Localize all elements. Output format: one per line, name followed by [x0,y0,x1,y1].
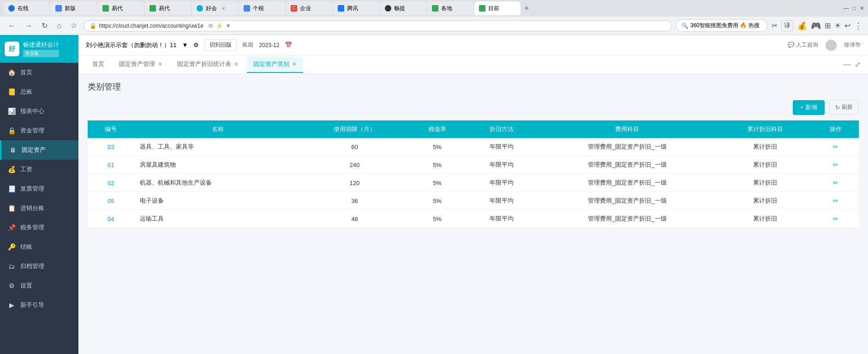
browser-tab-haohui[interactable]: 好会 ✕ [192,1,238,15]
period-label: 账期 [242,41,253,49]
sidebar-item-label: 固定资产 [22,146,46,154]
sidebar-item-invoice[interactable]: 🧾 发票管理 [0,179,78,198]
close-icon[interactable]: ✕ [221,6,225,11]
sidebar-nav: 🏠 首页 📒 总账 📊 报表中心 🔒 资金管理 🖥 固定资产 💰 工资 [0,63,78,354]
refresh-button[interactable]: ↻ 刷新 [829,100,859,115]
menu-icon[interactable]: ⋮ [854,21,862,31]
tab-label: 固定资产管理 [119,60,155,68]
browser-tab-yidai2[interactable]: 易代 [145,1,191,15]
cell-name: 器具、工具、家具等 [134,138,301,156]
browser-tab-qiye[interactable]: C 企业 [286,1,332,15]
col-header-residual: 残值率 [408,120,467,138]
tab-close-icon[interactable]: ✕ [292,61,297,67]
cell-name: 机器、机械和其他生产设备 [134,174,301,192]
cell-code: 01 [88,156,134,174]
tab-label: 目前 [488,5,499,12]
cell-name: 房屋及建筑物 [134,156,301,174]
tab-minimize-button[interactable]: — [844,60,851,69]
browser-tab-tencent[interactable]: 腾讯 [333,1,379,15]
cell-method: 年限平均 [467,156,537,174]
switch-version-button[interactable]: 切到旧版 [204,39,237,51]
cell-expense: 管理费用_固定资产折旧_一级 [537,174,718,192]
cell-action[interactable]: ✏ [812,210,859,228]
cell-expense: 管理费用_固定资产折旧_一级 [537,138,718,156]
cell-period: 60 [301,138,408,156]
top-bar-right: 💬 人工咨询 徐泽华 [788,40,861,51]
browser-tab-changte[interactable]: 畅提 [380,1,426,15]
cell-code: 03 [88,138,134,156]
window-restore-icon[interactable]: □ [853,5,856,12]
cell-action[interactable]: ✏ [812,174,859,192]
address-dropdown-icon[interactable]: ▼ [226,23,231,29]
cell-period: 36 [301,192,408,210]
new-tab-button[interactable]: + [521,4,532,13]
table-row: 01 房屋及建筑物 240 5% 年限平均 管理费用_固定资产折旧_一级 累计折… [88,156,859,174]
cell-action[interactable]: ✏ [812,156,859,174]
cell-period: 48 [301,210,408,228]
consult-label[interactable]: 💬 人工咨询 [788,41,818,49]
logo-icon: 好 [5,42,19,56]
settings-icon: ⚙ [7,282,16,290]
cell-action[interactable]: ✏ [812,192,859,210]
grid-icon: ⊞ [825,21,831,30]
top-bar-left: 刘小艳演示示套（勿删勿动！）11 ▼ ⚙ 切到旧版 账期 2023-12 📅 [86,39,292,51]
bookmark-button[interactable]: ☆ [68,19,80,32]
browser-tab-gedi[interactable]: 各地 [427,1,473,15]
add-category-button[interactable]: + 新增 [793,100,825,115]
cell-period: 240 [301,156,408,174]
sidebar-item-payroll[interactable]: 💰 工资 [0,160,78,179]
sidebar-item-ledger[interactable]: 📒 总账 [0,82,78,102]
tab-controls: — ⤢ [844,60,861,69]
tab-fixed-asset-management[interactable]: 固定资产管理 ✕ [113,56,169,73]
calendar-icon[interactable]: 📅 [285,42,292,48]
cell-action[interactable]: ✏ [812,138,859,156]
home-icon: 🏠 [7,68,16,77]
browser-tab-mumu[interactable]: 目前 [474,1,521,15]
sidebar-item-tax[interactable]: 📌 税务管理 [0,218,78,237]
tab-asset-category[interactable]: 固定资产类别 ✕ [247,56,303,73]
cell-residual: 5% [408,210,467,228]
content-area: 类别管理 + 新增 ↻ 刷新 编号 名称 使用期限（月） 残值率 折旧方法 费 [78,74,868,354]
page-tab-nav: 首页 固定资产管理 ✕ 固定资产折旧统计表 ✕ 固定资产类别 ✕ — ⤢ [78,55,868,74]
sidebar-item-fixed-assets[interactable]: 🖥 固定资产 [0,140,78,160]
sidebar-item-reports[interactable]: 📊 报表中心 [0,102,78,121]
back-button[interactable]: ← [6,20,18,32]
settings-gear-icon[interactable]: ⚙ [193,42,199,48]
sidebar-item-label: 总账 [20,88,32,96]
sidebar-item-archive[interactable]: 🗂 归档管理 [0,257,78,276]
sidebar-item-settings[interactable]: ⚙ 设置 [0,276,78,295]
cell-residual: 5% [408,138,467,156]
browser-tab-xinban[interactable]: 新版 [51,1,97,15]
user-name: 徐泽华 [844,41,861,49]
tab-expand-button[interactable]: ⤢ [855,60,861,69]
tab-close-icon[interactable]: ✕ [158,61,162,67]
tab-depreciation-table[interactable]: 固定资产折旧统计表 ✕ [171,56,245,73]
browser-tab-zaixin[interactable]: 在线 [4,1,50,15]
sidebar-item-guide[interactable]: ▶ 新手引导 [0,295,78,315]
sidebar-item-home[interactable]: 🏠 首页 [0,63,78,82]
sidebar-item-close-account[interactable]: 🔑 结账 [0,237,78,257]
sidebar-item-purchase-sales[interactable]: 📋 进销台账 [0,198,78,218]
forward-button[interactable]: → [22,20,35,32]
purchase-sales-icon: 📋 [7,204,16,212]
edit-row-button[interactable]: ✏ [833,143,838,150]
sidebar-item-label: 归档管理 [20,262,44,270]
tab-home[interactable]: 首页 [86,56,111,73]
tab-close-icon[interactable]: ✕ [234,61,239,67]
cell-expense: 管理费用_固定资产折旧_一级 [537,192,718,210]
window-minimize-icon[interactable]: — [844,5,849,12]
edit-row-button[interactable]: ✏ [833,161,838,168]
edit-row-button[interactable]: ✏ [833,215,838,222]
home-button[interactable]: ⌂ [54,20,64,32]
sidebar-item-funds[interactable]: 🔒 资金管理 [0,121,78,140]
expand-icon[interactable]: ▼ [182,42,188,48]
browser-tab-yidai1[interactable]: 易代 [98,1,144,15]
browser-tab-geshui[interactable]: 个税 [239,1,285,15]
edit-row-button[interactable]: ✏ [833,179,838,186]
address-bar[interactable]: 🔒 https://cloud.chanjet.com/accounting/u… [84,20,672,31]
edit-row-button[interactable]: ✏ [833,197,838,204]
tab-label: 在线 [18,5,29,12]
search-bar[interactable]: 🔍 360智能抠图免费用 🔥 热搜 [676,19,768,32]
window-close-icon[interactable]: ✕ [860,5,864,12]
reload-button[interactable]: ↻ [39,19,50,32]
